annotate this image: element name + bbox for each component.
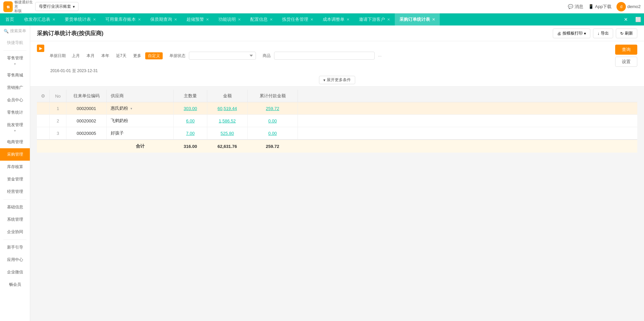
row-amount[interactable]: 525.80: [207, 127, 248, 140]
sidebar-item-yingyong[interactable]: 应用中心: [0, 254, 30, 266]
gear-icon[interactable]: ⚙: [41, 93, 45, 99]
tab-keyongliang[interactable]: 可用量库存账本 ✕: [101, 13, 146, 25]
sidebar-item-lingshosh[interactable]: 零售商城: [0, 69, 30, 82]
tab-shoufafa[interactable]: 收发存汇总表 ✕: [19, 13, 60, 25]
close-all-tabs-button[interactable]: ✕: [620, 13, 632, 25]
expand-conditions-button[interactable]: ▾ 展开更多条件: [319, 76, 355, 84]
tab-close-icon[interactable]: ✕: [93, 17, 96, 22]
expand-row: ▾ 展开更多条件: [37, 74, 637, 86]
search-icon: 🔍: [4, 29, 9, 34]
filter-bar: ▶ 单据日期 上月 本月 本年 近7天 更多 自定义 单据状态: [30, 41, 644, 87]
sidebar-item-yingxiao[interactable]: 营销推广: [0, 82, 30, 94]
export-button[interactable]: ↓ 导出: [593, 29, 613, 38]
row-amount[interactable]: 1,586.52: [207, 115, 248, 127]
sidebar-item-kucun[interactable]: 库存核算: [0, 161, 30, 173]
sidebar-item-xinshou[interactable]: 新手引导: [0, 241, 30, 254]
tab-yaoqing[interactable]: 邀请下游客户 ✕: [354, 13, 395, 25]
row-code: 00020001: [66, 102, 107, 115]
sidebar-label: 企业协同: [7, 229, 23, 235]
shortcut-this-month[interactable]: 本月: [84, 52, 97, 59]
tab-caigou-active[interactable]: 采购订单统计表 ✕: [395, 13, 440, 25]
sidebar-item-qiyewx[interactable]: 企业微信: [0, 266, 30, 278]
tab-close-icon[interactable]: ✕: [238, 17, 241, 22]
template-print-label: 按模板打印: [562, 31, 583, 36]
query-button[interactable]: 查询: [615, 45, 637, 55]
row-supplier: 好孩子: [107, 127, 174, 140]
sidebar-item-xitong[interactable]: 系统管理: [0, 213, 30, 226]
row-paid[interactable]: 0.00: [248, 127, 298, 140]
shortcut-last-month[interactable]: 上月: [69, 52, 83, 59]
tab-chengben[interactable]: 成本调整单 ✕: [318, 13, 354, 25]
tab-close-icon[interactable]: ✕: [432, 17, 435, 22]
shortcut-this-year[interactable]: 本年: [99, 52, 112, 59]
footer-code: [66, 140, 107, 153]
tab-chaochuyujing[interactable]: 超储预警 ✕: [182, 13, 214, 25]
row-paid[interactable]: 259.72: [248, 102, 298, 115]
sidebar-label: 企业微信: [7, 269, 23, 275]
export-icon: ↓: [597, 31, 599, 36]
workspace-selector[interactable]: 母婴行业演示账套 ▾: [35, 2, 78, 11]
sidebar-label: 系统管理: [7, 217, 23, 222]
tab-close-icon[interactable]: ✕: [52, 17, 55, 22]
sidebar-item-jichu[interactable]: 基础信息: [0, 201, 30, 213]
col-no-header: No: [50, 90, 66, 102]
row-amount[interactable]: 60,519.44: [207, 102, 248, 115]
shortcut-7days[interactable]: 近7天: [113, 52, 129, 59]
export-label: 导出: [601, 31, 609, 36]
template-print-button[interactable]: 🖨 按模板打印 ▾: [553, 29, 590, 38]
row-empty: [298, 115, 638, 127]
user-menu[interactable]: d demo2: [616, 2, 641, 11]
row-no: 3: [50, 127, 66, 140]
tab-close-icon[interactable]: ✕: [387, 17, 390, 22]
tab-close-icon[interactable]: ✕: [310, 17, 313, 22]
tab-gongneng[interactable]: 功能说明 ✕: [214, 13, 246, 25]
tab-yaohuo[interactable]: 要货单统计表 ✕: [60, 13, 101, 25]
tab-close-icon[interactable]: ✕: [270, 17, 273, 22]
row-qty[interactable]: 303.00: [174, 102, 207, 115]
sidebar-search[interactable]: 🔍 搜索菜单: [0, 25, 30, 37]
tab-close-icon[interactable]: ✕: [174, 17, 177, 22]
sidebar-item-jingying[interactable]: 经营管理: [0, 185, 30, 198]
sidebar-item-changhui[interactable]: 畅会员: [0, 278, 30, 291]
table-row: 3 00020005 好孩子 7.00 525.80 0.00: [37, 127, 637, 140]
goods-input[interactable]: [274, 52, 375, 60]
sidebar-item-pifa[interactable]: 批发管理 ▾: [0, 119, 30, 136]
sidebar-item-lingsoust[interactable]: 零售统计: [0, 106, 30, 119]
sidebar-item-shortcut-nav[interactable]: 快捷导航: [0, 37, 30, 49]
shortcut-custom[interactable]: 自定义: [145, 52, 163, 59]
tab-close-icon[interactable]: ✕: [346, 17, 350, 22]
tab-peizhi[interactable]: 配置信息 ✕: [246, 13, 277, 25]
shortcut-more[interactable]: 更多: [130, 52, 144, 59]
sidebar-item-caigou[interactable]: 采购管理: [0, 148, 30, 161]
col-supplier-header: 供应商: [107, 90, 174, 102]
sidebar-label: 应用中心: [7, 257, 23, 263]
sidebar-item-zijin[interactable]: 资金管理: [0, 173, 30, 185]
expand-label: 展开更多条件: [327, 77, 351, 83]
col-settings[interactable]: ⚙: [37, 90, 50, 102]
sidebar-item-dianshang[interactable]: 电商管理: [0, 136, 30, 148]
maximize-button[interactable]: ⬜: [632, 13, 644, 25]
settings-button[interactable]: 设置: [615, 57, 637, 67]
sidebar-item-qiye[interactable]: 企业协同: [0, 226, 30, 238]
row-qty[interactable]: 6.00: [174, 115, 207, 127]
app-download-button[interactable]: 📱 App下载: [588, 4, 611, 10]
refresh-button[interactable]: ↻ 刷新: [616, 29, 637, 38]
tab-peihuorenwu[interactable]: 拣货任务管理 ✕: [277, 13, 318, 25]
tab-label: 采购订单统计表: [399, 16, 430, 22]
status-select[interactable]: [189, 52, 256, 60]
tab-close-icon[interactable]: ✕: [206, 17, 209, 22]
tab-close-icon[interactable]: ✕: [138, 17, 141, 22]
tab-baoxian[interactable]: 保质期查询 ✕: [146, 13, 182, 25]
top-right-actions: 💬 消息 📱 App下载 d demo2: [568, 2, 641, 11]
row-paid[interactable]: 0.00: [248, 115, 298, 127]
row-qty[interactable]: 7.00: [174, 127, 207, 140]
page-title: 采购订单统计表(按供应商): [37, 30, 637, 37]
filter-toggle-button[interactable]: ▶: [37, 45, 44, 52]
message-button[interactable]: 💬 消息: [568, 4, 583, 10]
sidebar-item-lingshous[interactable]: 零售管理 ▾: [0, 52, 30, 69]
sidebar-label: 电商管理: [7, 139, 23, 145]
sidebar-item-huiyuan[interactable]: 会员中心: [0, 94, 30, 106]
row-settings: [37, 102, 50, 115]
tab-label: 超储预警: [186, 16, 204, 22]
tab-home[interactable]: 首页: [0, 13, 19, 25]
